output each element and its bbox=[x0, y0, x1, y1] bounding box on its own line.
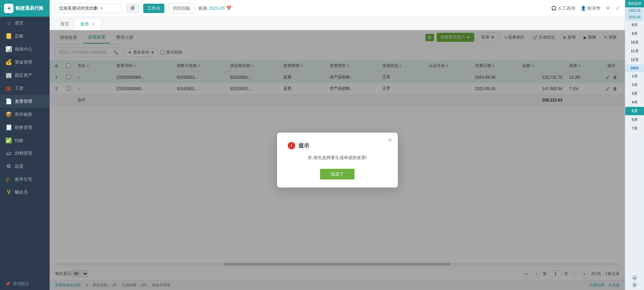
sidebar-item-reports[interactable]: 📊 报表中心 bbox=[0, 43, 50, 56]
sidebar-item-vip[interactable]: V 畅会员 bbox=[0, 186, 50, 199]
modal-warning-icon: ! bbox=[288, 142, 295, 149]
content-area: 销项发票 进项发票 费用小票 ⊞ 税务数字账户 ▼ 取票 ▼ bbox=[50, 30, 625, 290]
funds-icon: 💰 bbox=[5, 59, 12, 65]
home-icon: ⌂ bbox=[5, 20, 12, 26]
settle-icon: ✅ bbox=[5, 137, 12, 144]
period-item-2[interactable]: 2月 bbox=[625, 81, 644, 89]
tab-invoice[interactable]: 发票 ✕ bbox=[74, 18, 101, 30]
unpin-button[interactable]: 📌 取消固定 bbox=[0, 277, 50, 290]
modal-overlay: ✕ ! 提示 亲,请先选择要生成单据的发票! 知道了 bbox=[50, 30, 625, 290]
sidebar-item-label: 归档管理 bbox=[15, 150, 32, 156]
tab-bar: 首页 发票 ✕ bbox=[50, 17, 625, 30]
modal-dialog: ✕ ! 提示 亲,请先选择要生成单据的发票! 知道了 bbox=[277, 133, 398, 188]
panel-controls: ▲ ▼ bbox=[632, 273, 638, 290]
logo-icon: ✦ bbox=[4, 4, 13, 13]
sidebar-item-guide[interactable]: 🎓 新手引导 bbox=[0, 173, 50, 186]
right-panel: 期间选择 2023.05 2023.05 8月 9月 10月 11月 12月 2… bbox=[625, 0, 644, 290]
salary-icon: 💼 bbox=[5, 85, 12, 91]
period-year-2023[interactable]: 2023 bbox=[625, 64, 644, 72]
period-item-10[interactable]: 10月 bbox=[625, 38, 644, 47]
copy-company-button[interactable]: 🗐 bbox=[126, 4, 139, 13]
sidebar-item-inventory[interactable]: 📦 库存核算 bbox=[0, 108, 50, 121]
period-item-4[interactable]: 4月 bbox=[625, 98, 644, 107]
sidebar-item-home[interactable]: ⌂ 首页 bbox=[0, 17, 50, 29]
topbar: 沈海英测试经营勿删 ▼ 🗐 工作台 切到旧版 账期 2023-05 📅 🎧 人工… bbox=[50, 0, 625, 17]
main-area: 沈海英测试经营勿删 ▼ 🗐 工作台 切到旧版 账期 2023-05 📅 🎧 人工… bbox=[50, 0, 625, 290]
sidebar-item-label: 工资 bbox=[15, 85, 23, 91]
modal-ok-button[interactable]: 知道了 bbox=[320, 169, 355, 179]
service-icon: 🎧 bbox=[551, 6, 556, 11]
sidebar-item-label: 库存核算 bbox=[15, 112, 32, 118]
sidebar: ✦ 畅捷通易代账 ⌂ 首页 📒 总账 📊 报表中心 💰 资金管理 🏢 固定资产 … bbox=[0, 0, 50, 290]
company-selector[interactable]: 沈海英测试经营勿删 ▼ bbox=[55, 4, 122, 13]
reports-icon: 📊 bbox=[5, 46, 12, 52]
logo-text: 畅捷通易代账 bbox=[15, 5, 44, 11]
sidebar-item-invoice[interactable]: 📄 发票管理 bbox=[0, 95, 50, 108]
vip-icon: V bbox=[5, 189, 12, 195]
tab-close-icon[interactable]: ✕ bbox=[92, 22, 95, 26]
tab-invoice-label: 发票 bbox=[80, 21, 89, 27]
sidebar-item-label: 首页 bbox=[15, 20, 23, 26]
company-name: 沈海英测试经营勿删 bbox=[59, 5, 98, 11]
sidebar-item-label: 设置 bbox=[15, 163, 23, 169]
close-window-button[interactable]: ✕ bbox=[606, 5, 610, 11]
assets-icon: 🏢 bbox=[5, 72, 12, 78]
sidebar-item-assets[interactable]: 🏢 固定资产 bbox=[0, 69, 50, 82]
modal-close-button[interactable]: ✕ bbox=[387, 137, 392, 144]
tab-home-label: 首页 bbox=[60, 21, 69, 27]
sidebar-item-label: 结账 bbox=[15, 138, 23, 144]
company-dropdown-icon: ▼ bbox=[100, 6, 103, 10]
scroll-down-button[interactable]: ▼ bbox=[632, 282, 638, 288]
sidebar-item-settings[interactable]: ⚙ 设置 bbox=[0, 160, 50, 173]
calendar-icon[interactable]: 📅 bbox=[226, 6, 231, 11]
inventory-icon: 📦 bbox=[5, 111, 12, 118]
period-year-2023-header2: 2023.05 bbox=[625, 14, 644, 21]
pin-icon: 📌 bbox=[5, 282, 10, 286]
scroll-up-button[interactable]: ▲ bbox=[632, 275, 638, 281]
sidebar-item-label: 资金管理 bbox=[15, 59, 32, 65]
sidebar-item-archive[interactable]: 🗂 归档管理 bbox=[0, 147, 50, 160]
user-menu[interactable]: 👤 徐泽华 bbox=[581, 5, 600, 11]
sidebar-item-label: 税务管理 bbox=[15, 125, 32, 131]
expand-window-button[interactable]: ⤢ bbox=[615, 6, 620, 11]
sidebar-item-label: 发票管理 bbox=[15, 98, 32, 104]
app-logo: ✦ 畅捷通易代账 bbox=[0, 0, 50, 17]
settings-icon: ⚙ bbox=[5, 163, 12, 169]
period-item-3[interactable]: 3月 bbox=[625, 89, 644, 98]
period-year-2023-header: 2023.05 bbox=[625, 7, 644, 14]
modal-title-row: ! 提示 bbox=[288, 142, 387, 149]
sidebar-item-settle[interactable]: ✅ 结账 bbox=[0, 134, 50, 147]
sidebar-item-ledger[interactable]: 📒 总账 bbox=[0, 29, 50, 43]
sidebar-item-salary[interactable]: 💼 工资 bbox=[0, 82, 50, 95]
modal-message: 亲,请先选择要生成单据的发票! bbox=[288, 155, 387, 161]
workspace-button[interactable]: 工作台 bbox=[143, 4, 164, 13]
tab-home[interactable]: 首页 bbox=[55, 18, 74, 30]
modal-title-text: 提示 bbox=[299, 142, 309, 149]
sidebar-item-funds[interactable]: 💰 资金管理 bbox=[0, 56, 50, 69]
period-item-9[interactable]: 9月 bbox=[625, 29, 644, 38]
sidebar-item-label: 固定资产 bbox=[15, 72, 32, 78]
ledger-icon: 📒 bbox=[5, 33, 12, 39]
period-item-8[interactable]: 8月 bbox=[625, 21, 644, 29]
tax-icon: 🧾 bbox=[5, 124, 12, 131]
archive-icon: 🗂 bbox=[5, 150, 12, 156]
period-item-6[interactable]: 6月 bbox=[625, 116, 644, 124]
period-item-12[interactable]: 12月 bbox=[625, 56, 644, 64]
period-item-7[interactable]: 7月 bbox=[625, 124, 644, 133]
service-button[interactable]: 🎧 人工咨询 bbox=[551, 5, 575, 11]
period-item-1[interactable]: 1月 bbox=[625, 72, 644, 81]
switch-version-button[interactable]: 切到旧版 bbox=[168, 3, 195, 13]
sidebar-item-label: 新手引导 bbox=[15, 176, 32, 183]
unpin-label: 取消固定 bbox=[13, 281, 29, 287]
sidebar-item-label: 报表中心 bbox=[15, 46, 32, 52]
period-item-5-active[interactable]: 5月 bbox=[625, 107, 644, 116]
period-panel-title: 期间选择 bbox=[625, 0, 644, 7]
sidebar-item-label: 总账 bbox=[15, 33, 23, 39]
topbar-right: 🎧 人工咨询 👤 徐泽华 ✕ ⤢ bbox=[551, 5, 620, 11]
sidebar-item-tax[interactable]: 🧾 税务管理 bbox=[0, 121, 50, 134]
guide-icon: 🎓 bbox=[5, 176, 12, 183]
invoice-icon: 📄 bbox=[5, 98, 12, 104]
period-label: 账期 2023-05 📅 bbox=[199, 5, 231, 11]
user-icon: 👤 bbox=[581, 6, 586, 11]
period-item-11[interactable]: 11月 bbox=[625, 47, 644, 56]
